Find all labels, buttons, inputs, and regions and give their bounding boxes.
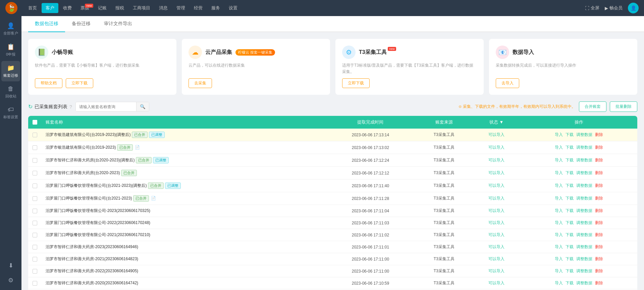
action-删除[interactable]: 删除 [595, 196, 603, 201]
action-导入[interactable]: 导入 [555, 244, 563, 249]
action-下载[interactable]: 下载 [566, 183, 574, 188]
sidebar-item-zero-declare[interactable]: 📋 0申报 [1, 40, 20, 60]
sidebar-item-tags[interactable]: 🏷 标签设置 [1, 103, 20, 123]
action-导入[interactable]: 导入 [555, 208, 563, 213]
sidebar-item-settings[interactable]: ⚙ [1, 273, 20, 287]
row-checkbox[interactable] [33, 257, 37, 262]
row-checkbox[interactable] [33, 158, 37, 163]
action-下载[interactable]: 下载 [566, 269, 574, 273]
action-调整数据[interactable]: 调整数据 [576, 232, 592, 237]
nav-item-tax[interactable]: 报税 [111, 3, 128, 13]
nav-item-manage[interactable]: 管理 [172, 3, 189, 13]
avatar[interactable]: 👤 [628, 3, 639, 13]
action-删除[interactable]: 删除 [595, 158, 603, 162]
action-调整数据[interactable]: 调整数据 [576, 244, 592, 249]
action-下载[interactable]: 下载 [566, 244, 574, 249]
row-checkbox[interactable] [33, 269, 37, 274]
row-checkbox[interactable] [33, 233, 37, 237]
logo[interactable]: 🍃 [5, 2, 17, 14]
download-now-btn-2[interactable]: 立即下载 [342, 78, 370, 88]
action-调整数据[interactable]: 调整数据 [576, 196, 592, 201]
action-下载[interactable]: 下载 [566, 232, 574, 237]
nav-item-operations[interactable]: 经营 [190, 3, 207, 13]
action-下载[interactable]: 下载 [566, 158, 574, 162]
action-删除[interactable]: 删除 [595, 244, 603, 249]
tab-audit-export[interactable]: 审计文件导出 [97, 16, 139, 32]
nav-item-fees[interactable]: 收费 [59, 3, 76, 13]
action-下载[interactable]: 下载 [566, 257, 574, 261]
action-导入[interactable]: 导入 [555, 196, 563, 201]
download-now-btn-1[interactable]: 立即下载 [66, 78, 93, 88]
row-checkbox[interactable] [33, 184, 37, 188]
action-删除[interactable]: 删除 [595, 220, 603, 225]
action-下载[interactable]: 下载 [566, 170, 574, 175]
action-导入[interactable]: 导入 [555, 145, 563, 150]
batch-delete-btn[interactable]: 批量删除 [610, 101, 637, 112]
action-导入[interactable]: 导入 [555, 170, 563, 175]
row-checkbox[interactable] [33, 133, 37, 137]
merge-accounts-btn[interactable]: 合并账套 [579, 101, 606, 112]
action-下载[interactable]: 下载 [566, 196, 574, 201]
action-调整数据[interactable]: 调整数据 [576, 183, 592, 188]
action-导入[interactable]: 导入 [555, 281, 563, 285]
nav-item-invoice[interactable]: 票据 new [76, 3, 93, 13]
nav-item-customers[interactable]: 客户 [42, 3, 58, 13]
row-checkbox[interactable] [33, 281, 37, 286]
go-collect-btn[interactable]: 去采集 [189, 78, 212, 88]
nav-item-bookkeeping[interactable]: 记账 [94, 3, 111, 13]
action-导入[interactable]: 导入 [555, 257, 563, 261]
search-input[interactable] [76, 102, 136, 111]
action-删除[interactable]: 删除 [595, 281, 603, 285]
action-删除[interactable]: 删除 [595, 145, 603, 150]
select-all-checkbox[interactable] [33, 120, 37, 125]
refresh-icon[interactable]: ↻ [28, 103, 33, 110]
help-doc-btn[interactable]: 帮助文档 [35, 78, 62, 88]
action-导入[interactable]: 导入 [555, 132, 563, 137]
action-删除[interactable]: 删除 [595, 232, 603, 237]
col-status[interactable]: 状态 ▼ [473, 116, 521, 129]
action-下载[interactable]: 下载 [566, 220, 574, 225]
action-调整数据[interactable]: 调整数据 [576, 281, 592, 285]
action-调整数据[interactable]: 调整数据 [576, 269, 592, 273]
row-checkbox[interactable] [33, 221, 37, 225]
action-调整数据[interactable]: 调整数据 [576, 158, 592, 162]
go-import-btn[interactable]: 去导入 [496, 78, 519, 88]
sidebar-item-migrate[interactable]: 📁 账套迁移 [1, 61, 20, 81]
sidebar-item-all-customers[interactable]: 👤 全部客户 [1, 19, 20, 39]
nav-item-home[interactable]: 首页 [24, 3, 41, 13]
action-导入[interactable]: 导入 [555, 269, 563, 273]
search-button[interactable]: 🔍 [136, 102, 149, 111]
help-icon[interactable]: ? [69, 104, 72, 110]
action-下载[interactable]: 下载 [566, 281, 574, 285]
fullscreen-btn[interactable]: ⛶ 全屏 [585, 5, 599, 11]
tab-backup-migration[interactable]: 备份迁移 [65, 16, 97, 32]
action-下载[interactable]: 下载 [566, 208, 574, 213]
action-调整数据[interactable]: 调整数据 [576, 220, 592, 225]
action-删除[interactable]: 删除 [595, 269, 603, 273]
row-checkbox[interactable] [33, 145, 37, 150]
action-下载[interactable]: 下载 [566, 145, 574, 150]
action-导入[interactable]: 导入 [555, 183, 563, 188]
row-checkbox[interactable] [33, 209, 37, 213]
action-导入[interactable]: 导入 [555, 232, 563, 237]
action-删除[interactable]: 删除 [595, 170, 603, 175]
action-删除[interactable]: 删除 [595, 257, 603, 261]
row-checkbox[interactable] [33, 245, 37, 249]
action-导入[interactable]: 导入 [555, 220, 563, 225]
action-调整数据[interactable]: 调整数据 [576, 170, 592, 175]
action-删除[interactable]: 删除 [595, 132, 603, 137]
action-调整数据[interactable]: 调整数据 [576, 145, 592, 150]
nav-item-messages[interactable]: 消息 [155, 3, 172, 13]
action-删除[interactable]: 删除 [595, 208, 603, 213]
member-btn[interactable]: ▶ 畅会员 [605, 5, 623, 11]
nav-item-service[interactable]: 服务 [207, 3, 224, 13]
tab-data-migration[interactable]: 数据包迁移 [28, 16, 65, 32]
nav-item-settings[interactable]: 设置 [225, 3, 241, 13]
nav-item-business[interactable]: 工商项目 [129, 3, 154, 13]
row-checkbox[interactable] [33, 171, 37, 175]
action-调整数据[interactable]: 调整数据 [576, 257, 592, 261]
action-调整数据[interactable]: 调整数据 [576, 132, 592, 137]
row-checkbox[interactable] [33, 196, 37, 201]
action-下载[interactable]: 下载 [566, 132, 574, 137]
action-导入[interactable]: 导入 [555, 158, 563, 162]
